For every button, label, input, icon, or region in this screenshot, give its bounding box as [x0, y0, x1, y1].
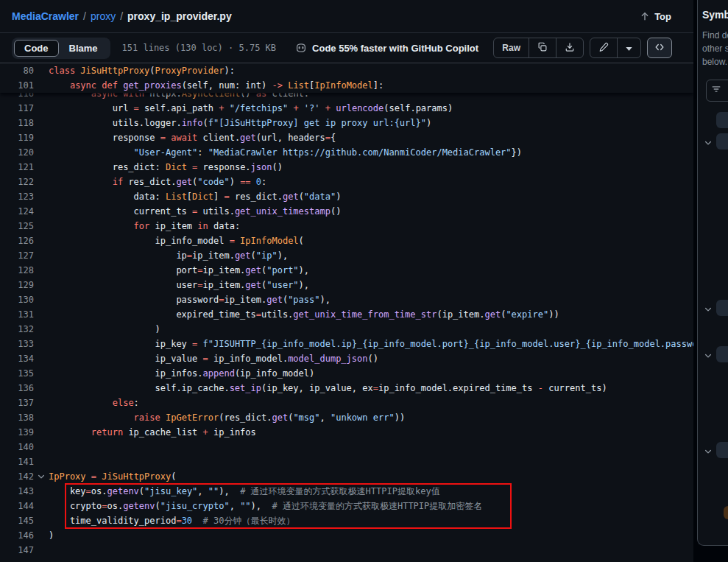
collapse-chevron-icon[interactable] [34, 469, 49, 484]
chevron-down-icon[interactable] [704, 446, 713, 455]
code-text: ) [49, 322, 160, 337]
breadcrumb-repo-link[interactable]: MediaCrawler [12, 10, 79, 22]
file-header: MediaCrawler / proxy / proxy_ip_provider… [0, 0, 693, 33]
copilot-icon [295, 42, 307, 54]
tab-code[interactable]: Code [14, 40, 59, 57]
chevron-slot [34, 366, 49, 381]
line-number[interactable]: 146 [0, 528, 34, 543]
breadcrumb: MediaCrawler / proxy / proxy_ip_provider… [12, 10, 232, 22]
copilot-banner-text: Code 55% faster with GitHub Copilot [312, 43, 478, 54]
line-number[interactable]: 119 [0, 130, 34, 145]
code-text: res_dict: Dict = response.json() [49, 160, 283, 175]
line-number[interactable]: 139 [0, 425, 34, 440]
line-number[interactable]: 80 [0, 63, 34, 78]
line-number[interactable]: 130 [0, 292, 34, 307]
file-actions: Raw [493, 38, 672, 58]
line-number[interactable]: 128 [0, 263, 34, 278]
line-number[interactable]: 101 [0, 78, 34, 93]
line-number[interactable]: 124 [0, 204, 34, 219]
chevron-slot [34, 204, 49, 219]
line-number[interactable]: 137 [0, 396, 34, 410]
code-text: async with httpx.AsyncClient() as client… [49, 93, 309, 101]
line-number[interactable]: 129 [0, 278, 34, 292]
line-number[interactable]: 123 [0, 189, 34, 204]
line-number[interactable]: 127 [0, 248, 34, 263]
line-number[interactable]: 144 [0, 499, 34, 513]
download-button[interactable] [556, 38, 583, 57]
line-number[interactable]: 141 [0, 454, 34, 469]
line-number[interactable]: 143 [0, 484, 34, 499]
code-line-143: 143 key=os.getenv("jisu_key", ""), # 通过环… [0, 484, 693, 499]
chevron-down-icon[interactable] [704, 303, 713, 313]
chevron-down-icon[interactable] [704, 350, 713, 359]
clipped-line: 116 async with httpx.AsyncClient() as cl… [0, 93, 693, 101]
chevron-slot [34, 130, 49, 145]
back-to-top-label: Top [654, 11, 671, 22]
line-number[interactable]: 135 [0, 366, 34, 381]
code-text: class JiSuHttpProxy(ProxyProvider): [49, 63, 235, 78]
code-line-122: 122 if res_dict.get("code") == 0: [0, 175, 693, 189]
code-line-128: 128 port=ip_item.get("port"), [0, 263, 693, 278]
line-number[interactable]: 134 [0, 351, 34, 366]
download-icon [565, 42, 575, 55]
chevron-slot [34, 78, 49, 93]
chevron-slot [34, 484, 49, 499]
back-to-top-link[interactable]: Top [640, 11, 671, 22]
code-text: async def get_proxies(self, num: int) ->… [49, 78, 384, 93]
code-text: raise IpGetError(res_dict.get("msg", "un… [49, 410, 405, 425]
chevron-slot [34, 248, 49, 263]
raw-copy-download-group: Raw [493, 38, 584, 58]
line-number[interactable]: 131 [0, 307, 34, 322]
symbol-item[interactable] [716, 112, 728, 128]
symbols-filter-button[interactable] [706, 80, 728, 102]
edit-button[interactable] [590, 38, 617, 57]
code-line-135: 135 ip_infos.append(ip_info_model) [0, 366, 693, 381]
line-number[interactable]: 117 [0, 101, 34, 116]
line-number[interactable]: 126 [0, 233, 34, 248]
line-number[interactable]: 121 [0, 160, 34, 175]
code-view: 80class JiSuHttpProxy(ProxyProvider):101… [0, 63, 693, 558]
line-number[interactable]: 138 [0, 410, 34, 425]
chevron-slot [34, 528, 49, 543]
code-line-80: 80class JiSuHttpProxy(ProxyProvider): [0, 63, 693, 78]
code-text: ip_key = f"JISUHTTP_{ip_info_model.ip}_{… [49, 337, 718, 351]
raw-button[interactable]: Raw [494, 38, 529, 57]
code-line-126: 126 ip_info_model = IpInfoModel( [0, 233, 693, 248]
code-text: data: List[Dict] = res_dict.get("data") [49, 189, 341, 204]
copy-icon [537, 42, 548, 55]
line-number[interactable]: 120 [0, 145, 34, 160]
line-number[interactable]: 133 [0, 337, 34, 351]
line-number[interactable]: 122 [0, 175, 34, 189]
code-text: password=ip_item.get("pass"), [49, 292, 331, 307]
line-number[interactable]: 142 [0, 469, 34, 484]
line-number[interactable]: 136 [0, 381, 34, 396]
breadcrumb-dir-link[interactable]: proxy [91, 10, 116, 22]
line-number[interactable]: 132 [0, 322, 34, 337]
symbol-item[interactable] [716, 346, 728, 362]
symbol-item[interactable] [716, 300, 728, 316]
code-text: ip_infos.append(ip_info_model) [49, 366, 314, 381]
chevron-down-icon[interactable] [704, 137, 713, 147]
symbols-panel-button[interactable] [647, 38, 672, 58]
copy-button[interactable] [529, 38, 556, 57]
tab-blame[interactable]: Blame [59, 40, 108, 57]
symbol-item[interactable] [716, 442, 728, 458]
chevron-slot [34, 513, 49, 528]
line-number[interactable]: 125 [0, 219, 34, 233]
line-number[interactable]: 147 [0, 543, 34, 558]
code-line-131: 131 expired_time_ts=utils.get_unix_time_… [0, 307, 693, 322]
code-lines: 117 url = self.api_path + "/fetchips" + … [0, 101, 693, 558]
code-line-125: 125 for ip_item in data: [0, 219, 693, 233]
symbol-item[interactable] [724, 506, 728, 519]
code-line-124: 124 current_ts = utils.get_unix_timestam… [0, 204, 693, 219]
line-number[interactable]: 118 [0, 116, 34, 130]
chevron-slot [34, 425, 49, 440]
code-text: ip_info_model = IpInfoModel( [49, 233, 304, 248]
edit-dropdown-button[interactable] [617, 38, 640, 57]
line-number[interactable]: 116 [0, 93, 34, 101]
line-number[interactable]: 145 [0, 513, 34, 528]
chevron-slot [34, 351, 49, 366]
code-line-136: 136 self.ip_cache.set_ip(ip_key, ip_valu… [0, 381, 693, 396]
line-number[interactable]: 140 [0, 440, 34, 454]
symbol-item[interactable] [716, 133, 728, 150]
